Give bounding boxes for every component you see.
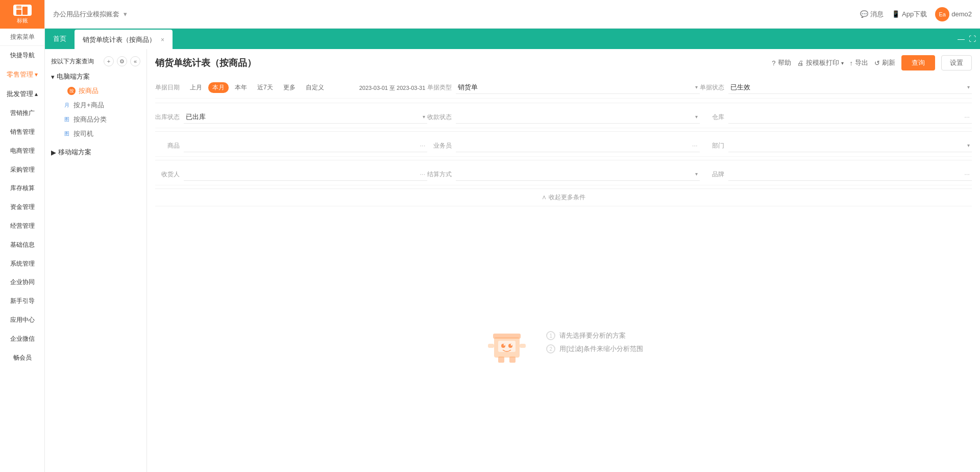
- page-title: 销货单统计表（按商品）: [155, 57, 256, 69]
- tree-item-month-goods[interactable]: 月 按月+商品: [59, 98, 146, 112]
- tab-home[interactable]: 首页: [45, 29, 75, 49]
- out-status-control[interactable]: 已出库 ▾: [184, 110, 427, 124]
- brand-control[interactable]: ···: [728, 168, 972, 181]
- tree-item-by-goods[interactable]: 按 按商品: [59, 84, 146, 98]
- doc-status-label: 单据状态: [700, 83, 728, 92]
- sidebar-item-basic[interactable]: 基础信息: [0, 235, 44, 254]
- print-icon: 🖨: [797, 59, 804, 67]
- refresh-btn[interactable]: ↺ 刷新: [874, 58, 895, 67]
- staff-label: 业务员: [427, 141, 456, 150]
- filter-area: 单据日期 上月 本月 本年 近7天 更多 自定义 2023-03-01 至 20…: [147, 70, 980, 213]
- sidebar-item-ecommerce[interactable]: 电商管理: [0, 141, 44, 160]
- sidebar-item-inventory[interactable]: 库存核算: [0, 179, 44, 198]
- sidebar-item-marketing[interactable]: 营销推广: [0, 104, 44, 123]
- sidebar-item-sales[interactable]: 销售管理: [0, 123, 44, 141]
- collapse-panel-btn[interactable]: «: [130, 56, 140, 66]
- goods-control[interactable]: ···: [184, 139, 427, 152]
- filter-dept: 部门 ▾: [700, 135, 972, 157]
- empty-illustration: [484, 319, 530, 365]
- dept-label: 部门: [700, 141, 728, 150]
- filter-date: 单据日期 上月 本月 本年 近7天 更多 自定义 2023-03-01 至 20…: [155, 77, 427, 99]
- dept-control[interactable]: ▾: [728, 139, 972, 152]
- message-icon: 💬: [860, 10, 868, 18]
- user-avatar: Ea: [935, 7, 949, 21]
- help-btn[interactable]: ? 帮助: [772, 58, 791, 67]
- sidebar-item-enterprise[interactable]: 企业协同: [0, 273, 44, 292]
- sidebar-item-wholesale[interactable]: 批发管理 ▴: [0, 84, 44, 104]
- main-area: 办公用品行业模拟账套 ▾ 💬 消息 📱 App下载 Ea demo2 首页 销货…: [45, 0, 980, 472]
- export-btn[interactable]: ↑ 导出: [850, 58, 869, 67]
- filter-out-status: 出库状态 已出库 ▾: [155, 106, 427, 128]
- filter-warehouse: 仓库 ···: [700, 106, 972, 128]
- date-tab-thisyear[interactable]: 本年: [231, 82, 251, 93]
- sidebar-item-purchase[interactable]: 采购管理: [0, 160, 44, 179]
- payment-control[interactable]: ▾: [456, 168, 699, 181]
- print-btn[interactable]: 🖨 按模板打印 ▾: [797, 58, 844, 67]
- date-tab-lastmonth[interactable]: 上月: [186, 82, 206, 93]
- tree-item-driver[interactable]: 图 按司机: [59, 127, 146, 141]
- message-btn[interactable]: 💬 消息: [860, 10, 884, 19]
- tree-mobile-section[interactable]: ▶ 移动端方案: [45, 145, 146, 159]
- empty-step2: 2 用[过滤]条件来缩小分析范围: [546, 344, 643, 353]
- filter-doc-type: 单据类型 销货单 ▾: [427, 77, 699, 99]
- sidebar-item-vip[interactable]: 畅会员: [0, 348, 44, 367]
- recv-status-control[interactable]: ▾: [456, 110, 699, 124]
- sidebar-item-system[interactable]: 系统管理: [0, 254, 44, 273]
- date-tab-7days[interactable]: 近7天: [253, 82, 277, 93]
- tree-pc-items: 按 按商品 月 按月+商品 图 按商品分类 图 按司机: [45, 84, 146, 141]
- sidebar-item-management[interactable]: 经营管理: [0, 217, 44, 235]
- receiver-control[interactable]: ···: [184, 168, 427, 181]
- staff-control[interactable]: ···: [456, 139, 699, 152]
- page-actions: ? 帮助 🖨 按模板打印 ▾ ↑ 导出 ↺ 刷新: [772, 55, 972, 70]
- top-header: 办公用品行业模拟账套 ▾ 💬 消息 📱 App下载 Ea demo2: [45, 0, 980, 29]
- date-tab-more[interactable]: 更多: [279, 82, 300, 93]
- recv-status-arrow-icon: ▾: [695, 114, 698, 120]
- tab-close-btn[interactable]: ×: [161, 36, 164, 43]
- tree-pc-section[interactable]: ▾ 电脑端方案: [45, 69, 146, 84]
- receiver-dots-icon: ···: [420, 170, 425, 178]
- doc-type-control[interactable]: 销货单 ▾: [456, 81, 699, 94]
- sidebar-item-appcenter[interactable]: 应用中心: [0, 311, 44, 329]
- settings-btn[interactable]: 设置: [941, 55, 972, 70]
- sidebar-item-newuser[interactable]: 新手引导: [0, 292, 44, 311]
- tab-maximize-btn[interactable]: ⛶: [969, 35, 976, 43]
- empty-step1: 1 请先选择要分析的方案: [546, 331, 626, 340]
- warehouse-control[interactable]: ···: [728, 110, 972, 124]
- sidebar-item-wechat[interactable]: 企业微信: [0, 329, 44, 348]
- sidebar-item-retail[interactable]: 零售管理 ▾: [0, 65, 44, 84]
- tree-item-category[interactable]: 图 按商品分类: [59, 112, 146, 127]
- recv-status-label: 收款状态: [427, 113, 456, 122]
- app-download-btn[interactable]: 📱 App下载: [892, 10, 927, 19]
- tab-minimize-btn[interactable]: —: [958, 35, 965, 43]
- dropdown-arrow-icon[interactable]: ▾: [124, 10, 127, 18]
- user-menu[interactable]: Ea demo2: [935, 7, 972, 21]
- date-tab-custom[interactable]: 自定义: [302, 82, 328, 93]
- brand-label: 品牌: [700, 170, 728, 179]
- query-btn[interactable]: 查询: [901, 55, 935, 70]
- receiver-label: 收货人: [155, 170, 184, 179]
- filter-recv-status: 收款状态 ▾: [427, 106, 699, 128]
- svg-rect-4: [498, 341, 516, 352]
- panel-actions: + ⚙ «: [104, 56, 140, 66]
- add-scheme-btn[interactable]: +: [104, 56, 114, 66]
- collapse-filters-btn[interactable]: ∧ 收起更多条件: [155, 189, 972, 206]
- payment-arrow-icon: ▾: [695, 171, 698, 177]
- settings-scheme-btn[interactable]: ⚙: [117, 56, 127, 66]
- date-label: 单据日期: [155, 83, 184, 92]
- doc-status-control[interactable]: 已生效 ▾: [728, 81, 972, 94]
- filter-receiver: 收货人 ···: [155, 163, 427, 185]
- tree-mobile-expand-icon: ▶: [51, 149, 56, 156]
- header-left: 办公用品行业模拟账套 ▾: [53, 10, 127, 19]
- sidebar-item-finance[interactable]: 资金管理: [0, 198, 44, 217]
- warehouse-label: 仓库: [700, 113, 728, 122]
- filter-staff: 业务员 ···: [427, 135, 699, 157]
- tab-active[interactable]: 销货单统计表（按商品） ×: [75, 30, 173, 50]
- print-dropdown-icon: ▾: [841, 60, 844, 66]
- sub-icon-month: 月: [63, 102, 70, 109]
- warehouse-dots-icon: ···: [964, 113, 970, 121]
- sidebar-shortcut[interactable]: 快捷导航: [0, 46, 44, 65]
- search-menu[interactable]: 搜索菜单: [0, 29, 44, 46]
- svg-rect-9: [493, 334, 521, 339]
- date-tab-thismonth[interactable]: 本月: [208, 82, 229, 93]
- goods-dots-icon: ···: [420, 141, 425, 149]
